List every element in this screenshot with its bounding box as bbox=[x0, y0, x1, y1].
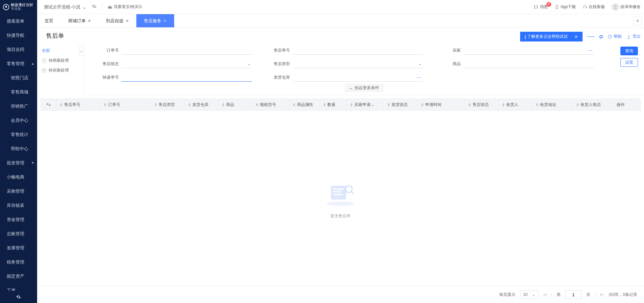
after-no-field: 售后单号 bbox=[266, 46, 423, 55]
sort-icon: ▲▼ bbox=[256, 103, 259, 107]
close-all-tabs-button[interactable]: ✕ bbox=[633, 17, 642, 25]
chevron-up-icon: ︽ bbox=[349, 86, 353, 90]
close-icon[interactable]: ✕ bbox=[126, 19, 129, 23]
express-no-input[interactable] bbox=[122, 73, 252, 82]
chevron-down-icon: ⌄ bbox=[532, 292, 535, 297]
close-icon[interactable]: ✕ bbox=[88, 19, 91, 23]
sidebar-item[interactable]: 资金管理 bbox=[0, 213, 37, 227]
filter-side-item[interactable]: ✎待商家处理 bbox=[37, 56, 84, 65]
sort-icon: ▲▼ bbox=[188, 103, 191, 107]
collapse-side-handle[interactable]: « bbox=[79, 47, 84, 56]
search-button[interactable]: 查询 bbox=[620, 47, 638, 55]
warehouse-picker-icon[interactable]: ⋯ bbox=[417, 75, 422, 80]
user-menu[interactable]: 徐泽华修改 bbox=[612, 3, 641, 11]
sidebar-subitem[interactable]: 智慧门店 bbox=[0, 71, 37, 85]
sidebar-subitem[interactable]: 营销推广 bbox=[0, 99, 37, 113]
tab[interactable]: 商城订单✕ bbox=[61, 14, 99, 27]
filter-side-item[interactable]: 全部 bbox=[37, 46, 84, 56]
sidebar-item[interactable]: 工资 bbox=[0, 283, 37, 291]
sort-icon: ▲▼ bbox=[576, 103, 579, 107]
table-header[interactable]: ▲▼数量 bbox=[320, 99, 347, 110]
order-no-input[interactable] bbox=[122, 46, 252, 55]
after-no-input[interactable] bbox=[293, 46, 423, 55]
tab[interactable]: 到店自提✕ bbox=[99, 14, 136, 27]
status-input[interactable] bbox=[122, 59, 252, 68]
buyer-picker-icon[interactable]: ⋯ bbox=[588, 48, 593, 53]
order-no-field: 订单号 bbox=[95, 46, 252, 55]
sort-icon: ▲▼ bbox=[468, 103, 471, 107]
filter-side-item[interactable]: ↻待买家处理 bbox=[37, 65, 84, 75]
messages-link[interactable]: 消息 8 bbox=[534, 4, 548, 10]
table-header[interactable]: ▲▼发货仓库 bbox=[185, 99, 218, 110]
brand-edition: 专业版 bbox=[11, 7, 33, 11]
brand-logo: 畅捷通好业财 专业版 bbox=[0, 0, 37, 14]
close-icon[interactable]: ✕ bbox=[163, 19, 167, 23]
warehouse-input[interactable] bbox=[293, 73, 423, 82]
goods-input[interactable] bbox=[463, 59, 594, 68]
demo-link[interactable]: 我要看实例演示 bbox=[108, 4, 142, 10]
page-input[interactable] bbox=[565, 290, 582, 299]
table-header[interactable]: ▲▼申请时间 bbox=[418, 99, 465, 110]
sidebar-item-label: 批发管理 bbox=[7, 160, 24, 166]
tab[interactable]: 售后服务✕ bbox=[136, 14, 174, 27]
table-header[interactable]: ▲▼收货人 bbox=[499, 99, 532, 110]
table-header[interactable]: ▲▼发货状态 bbox=[384, 99, 418, 110]
table-header[interactable]: ▲▼订单号 bbox=[100, 99, 151, 110]
table-header[interactable]: 操作 bbox=[613, 99, 640, 110]
tab[interactable]: 首页 bbox=[37, 14, 61, 27]
empty-state-text: 暂无售后单 bbox=[330, 213, 351, 219]
sidebar-item[interactable]: 小畅电商 bbox=[0, 170, 37, 184]
svg-point-5 bbox=[327, 201, 354, 206]
buyer-input[interactable] bbox=[463, 46, 594, 55]
sidebar-item-label: 固定资产 bbox=[7, 273, 24, 279]
export-link[interactable]: 导出 bbox=[626, 34, 641, 39]
sidebar-item-label: 小畅电商 bbox=[7, 174, 24, 180]
sidebar-item[interactable]: 税务管理 bbox=[0, 255, 37, 269]
svg-rect-1 bbox=[556, 5, 558, 9]
table-header[interactable]: ▲▼商品 bbox=[218, 99, 252, 110]
sidebar-item[interactable]: 固定资产 bbox=[0, 269, 37, 283]
sidebar-item[interactable]: 采购管理 bbox=[0, 184, 37, 198]
table-header[interactable]: ▲▼售后单号 bbox=[56, 99, 100, 110]
sidebar-item[interactable]: 发票管理 bbox=[0, 241, 37, 255]
gear-icon[interactable] bbox=[16, 295, 21, 299]
sidebar-item[interactable]: 项目合同 bbox=[0, 43, 37, 57]
app-download-link[interactable]: App下载 bbox=[555, 4, 576, 10]
help-link[interactable]: ? 帮助 bbox=[608, 34, 622, 39]
sidebar-item[interactable]: 零售管理▲ bbox=[0, 57, 37, 71]
sidebar-item[interactable]: 搜索菜单 bbox=[0, 14, 37, 28]
table-header[interactable]: ▲▼售后类型 bbox=[151, 99, 185, 110]
sidebar-subitem[interactable]: 零售商城 bbox=[0, 85, 37, 99]
sidebar-item[interactable]: 批发管理▼ bbox=[0, 156, 37, 170]
column-settings-button[interactable] bbox=[41, 99, 56, 110]
sidebar-subitem[interactable]: 会员中心 bbox=[0, 113, 37, 128]
flow-selector[interactable]: 测试分开流程-小况 ⌄ bbox=[44, 4, 86, 10]
sidebar-item-label: 零售管理 bbox=[7, 61, 24, 67]
sidebar-subitem[interactable]: 帮助中心 bbox=[0, 142, 37, 156]
table-header[interactable]: ▲▼买家申请... bbox=[347, 99, 384, 110]
settings-button[interactable]: 设置 bbox=[620, 58, 638, 67]
flow-settings-icon[interactable] bbox=[92, 4, 97, 10]
table-header[interactable]: ▲▼规格型号 bbox=[252, 99, 289, 110]
last-page-icon[interactable]: ⏭ bbox=[600, 292, 604, 297]
table-header[interactable]: ▲▼收货人电话 bbox=[573, 99, 613, 110]
sidebar-item[interactable]: 库存核算 bbox=[0, 198, 37, 213]
online-service-link[interactable]: 在线客服 bbox=[583, 4, 605, 10]
collapse-filters-button[interactable]: ︽ 收起更多条件 bbox=[345, 84, 384, 92]
prev-page-icon[interactable]: ‹ bbox=[551, 292, 552, 297]
help-toast-close-icon[interactable]: ✕ bbox=[574, 34, 578, 39]
sort-icon: ▲▼ bbox=[104, 103, 107, 107]
svg-text:?: ? bbox=[609, 35, 611, 38]
table-header[interactable]: ▲▼商品属性 bbox=[289, 99, 320, 110]
type-input[interactable] bbox=[293, 59, 423, 68]
sidebar-item[interactable]: 快捷导航 bbox=[0, 28, 37, 43]
next-page-icon[interactable]: › bbox=[595, 292, 596, 297]
sidebar-item[interactable]: 总账管理 bbox=[0, 227, 37, 241]
sidebar-item-label: 库存核算 bbox=[7, 202, 24, 209]
sidebar-subitem[interactable]: 零售统计 bbox=[0, 128, 37, 142]
table-header[interactable]: ▲▼收货地址 bbox=[532, 99, 573, 110]
first-page-icon[interactable]: ⏮ bbox=[543, 292, 547, 297]
help-toast: |了解更多点击帮助试试 ✕ bbox=[520, 32, 583, 42]
table-header[interactable]: ▲▼售后状态 bbox=[465, 99, 499, 110]
per-page-select[interactable]: 10 ⌄ bbox=[520, 290, 538, 299]
